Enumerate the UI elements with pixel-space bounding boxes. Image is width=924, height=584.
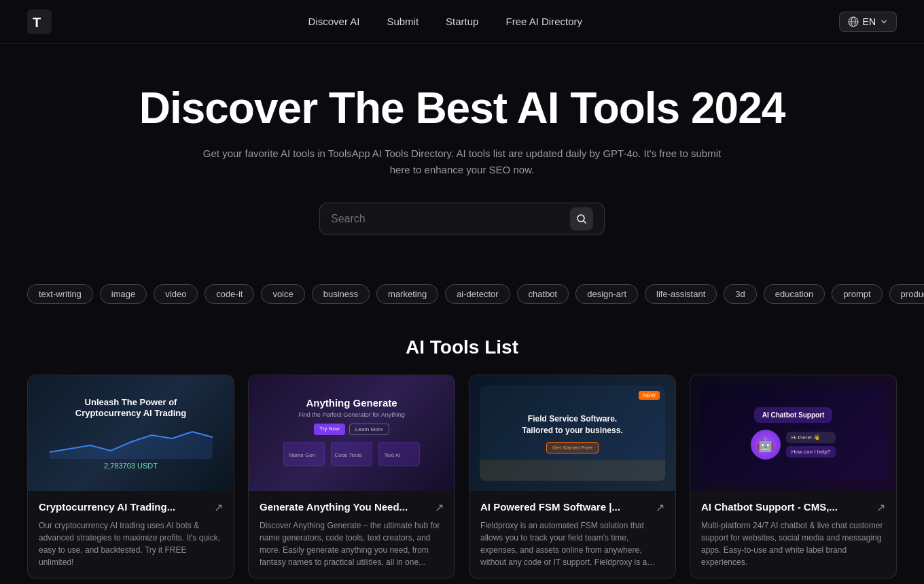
anything-decoration: Name Gen Code Tools Text AI — [278, 442, 425, 469]
svg-text:Code Tools: Code Tools — [334, 452, 361, 458]
thumb-anything-btns: Try Now Learn More — [314, 424, 389, 435]
svg-line-8 — [584, 221, 586, 223]
chevron-down-icon — [880, 18, 888, 26]
search-bar — [319, 203, 605, 235]
tool-card-fsm[interactable]: NEW Field Service Software.Tailored to y… — [469, 375, 676, 579]
globe-icon — [848, 16, 859, 27]
navbar: T Discover AI Submit Startup Free AI Dir… — [0, 0, 924, 44]
tool-title-row-chatbot: AI Chatbot Support - CMS,... ↗ — [701, 500, 885, 514]
tag-image[interactable]: image — [100, 284, 147, 304]
tools-grid: Unleash The Power ofCryptocurrency AI Tr… — [0, 375, 924, 584]
external-link-icon-anything: ↗ — [435, 501, 444, 514]
thumb-anything-sub: Find the Perfect Generator for Anything — [298, 411, 405, 418]
tag-voice[interactable]: voice — [261, 284, 304, 304]
logo-icon: T — [27, 10, 52, 34]
tool-thumb-anything: Anything Generate Find the Perfect Gener… — [249, 375, 455, 491]
tool-body-crypto: Cryptocurrency AI Trading... ↗ Our crypt… — [28, 491, 234, 578]
tool-thumb-fsm: NEW Field Service Software.Tailored to y… — [469, 375, 675, 491]
hero-section: Discover The Best AI Tools 2024 Get your… — [0, 44, 924, 284]
tool-desc-crypto: Our cryptocurrency AI trading uses AI bo… — [39, 519, 223, 568]
search-input[interactable] — [331, 213, 563, 225]
tool-card-crypto-trading[interactable]: Unleash The Power ofCryptocurrency AI Tr… — [27, 375, 234, 579]
thumb-anything-title: Anything Generate — [306, 397, 397, 409]
lang-label: EN — [863, 16, 876, 27]
search-icon — [576, 213, 587, 224]
svg-text:Name Gen: Name Gen — [289, 452, 315, 458]
tool-body-anything: Generate Anything You Need... ↗ Discover… — [249, 491, 455, 578]
hero-title: Discover The Best AI Tools 2024 — [27, 84, 897, 132]
tool-thumb-crypto: Unleash The Power ofCryptocurrency AI Tr… — [28, 375, 234, 491]
tags-wrapper: text-writing image video code-it voice b… — [0, 284, 924, 309]
nav-free-dir[interactable]: Free AI Directory — [505, 16, 582, 27]
tag-prompt[interactable]: prompt — [832, 284, 882, 304]
svg-text:Text AI: Text AI — [384, 452, 400, 458]
tool-card-chatbot[interactable]: AI Chatbot Support 🤖 Hi there! 👋 How can… — [690, 375, 897, 579]
tool-title-crypto: Cryptocurrency AI Trading... — [39, 500, 209, 514]
tag-life-assistant[interactable]: life-assistant — [645, 284, 717, 304]
lang-selector[interactable]: EN — [839, 12, 897, 32]
tag-text-writing[interactable]: text-writing — [27, 284, 93, 304]
nav-center: Discover AI Submit Startup Free AI Direc… — [308, 16, 582, 27]
tool-title-row-fsm: AI Powered FSM Software |... ↗ — [480, 500, 664, 514]
svg-text:T: T — [33, 15, 41, 30]
thumb-anything-btn-primary: Try Now — [314, 424, 344, 435]
chatbot-label: AI Chatbot Support — [754, 407, 833, 423]
tag-education[interactable]: education — [764, 284, 825, 304]
thumb-crypto-title: Unleash The Power ofCryptocurrency AI Tr… — [75, 397, 187, 420]
crypto-chart — [48, 425, 214, 459]
fsm-content: Field Service Software.Tailored to your … — [511, 402, 633, 464]
tool-desc-anything: Discover Anything Generate – the ultimat… — [260, 519, 444, 568]
tool-card-generate-anything[interactable]: Anything Generate Find the Perfect Gener… — [248, 375, 455, 579]
tag-marketing[interactable]: marketing — [376, 284, 438, 304]
tag-business[interactable]: business — [312, 284, 370, 304]
crypto-stat: 2,783703 USDT — [104, 462, 158, 470]
nav-submit[interactable]: Submit — [387, 16, 419, 27]
fsm-cta: Get Started Free — [546, 442, 599, 453]
fsm-title-text: Field Service Software.Tailored to your … — [522, 413, 622, 436]
tag-video[interactable]: video — [154, 284, 198, 304]
tool-thumb-chatbot: AI Chatbot Support 🤖 Hi there! 👋 How can… — [690, 375, 896, 491]
tool-title-chatbot: AI Chatbot Support - CMS,... — [701, 500, 871, 514]
tool-body-fsm: AI Powered FSM Software |... ↗ Fieldprox… — [469, 491, 675, 578]
external-link-icon-fsm: ↗ — [656, 501, 664, 514]
search-button[interactable] — [570, 207, 593, 230]
tool-title-fsm: AI Powered FSM Software |... — [480, 500, 650, 514]
fsm-badge: NEW — [639, 391, 660, 400]
tool-desc-chatbot: Multi-platform 24/7 AI chatbot & live ch… — [701, 519, 885, 568]
tag-3d[interactable]: 3d — [724, 284, 756, 304]
thumb-anything-btn-secondary: Learn More — [349, 424, 389, 435]
tag-chatbot[interactable]: chatbot — [517, 284, 569, 304]
nav-startup[interactable]: Startup — [446, 16, 478, 27]
nav-discover-ai[interactable]: Discover AI — [308, 16, 360, 27]
external-link-icon-crypto: ↗ — [214, 501, 223, 514]
tool-title-row-crypto: Cryptocurrency AI Trading... ↗ — [39, 500, 223, 514]
section-title: AI Tools List — [0, 337, 924, 358]
tool-body-chatbot: AI Chatbot Support - CMS,... ↗ Multi-pla… — [690, 491, 896, 578]
logo[interactable]: T — [27, 10, 52, 34]
hero-subtitle: Get your favorite AI tools in ToolsApp A… — [197, 145, 727, 178]
search-wrapper — [27, 203, 897, 235]
tool-desc-fsm: Fieldproxy is an automated FSM solution … — [480, 519, 664, 568]
tag-productivity[interactable]: productivity — [889, 284, 924, 304]
tag-design-art[interactable]: design-art — [575, 284, 638, 304]
tool-title-anything: Generate Anything You Need... — [260, 500, 429, 514]
external-link-icon-chatbot: ↗ — [876, 501, 885, 514]
nav-right: EN — [839, 12, 897, 32]
tool-title-row-anything: Generate Anything You Need... ↗ — [260, 500, 444, 514]
tag-ai-detector[interactable]: ai-detector — [445, 284, 510, 304]
chatbot-orbs: 🤖 Hi there! 👋 How can I help? — [751, 430, 836, 460]
tag-code-it[interactable]: code-it — [205, 284, 254, 304]
